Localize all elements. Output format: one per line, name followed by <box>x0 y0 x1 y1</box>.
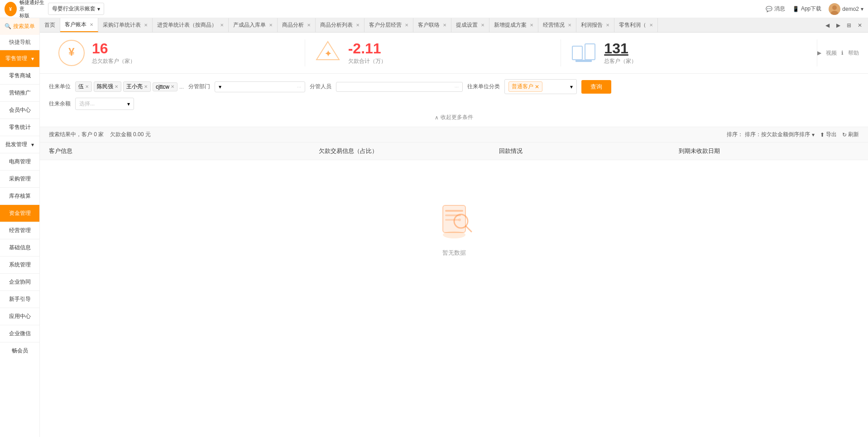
tab-customer-book[interactable]: 客户账本 ✕ <box>60 18 98 32</box>
close-icon[interactable]: ✕ <box>405 23 408 28</box>
balance-filter-select[interactable]: 选择... ▾ <box>75 98 134 110</box>
sidebar-item-purchase-manage[interactable]: 采购管理 <box>0 170 39 187</box>
sidebar-item-system-manage[interactable]: 系统管理 <box>0 256 39 273</box>
balance-filter-label: 往来余额 <box>49 100 71 108</box>
filter-tag-wang[interactable]: 王小亮 ✕ <box>123 81 151 92</box>
filter-more-tag[interactable]: ... <box>179 84 184 90</box>
sidebar-item-retail-stats[interactable]: 零售统计 <box>0 119 39 136</box>
chevron-down-icon: ▾ <box>97 6 100 12</box>
svg-rect-9 <box>572 46 582 60</box>
tab-expand-button[interactable]: ⊞ <box>844 21 854 30</box>
tab-retail-profit[interactable]: 零售利润（ ✕ <box>614 18 658 32</box>
tab-next-button[interactable]: ▶ <box>834 21 843 30</box>
tab-new-promotion[interactable]: 新增提成方案 ✕ <box>489 18 538 32</box>
debit-amount-value: 0.00 <box>133 131 144 138</box>
tab-profit-report[interactable]: 利润报告 ✕ <box>576 18 614 32</box>
results-bar: 搜索结果中，客户 0 家 欠款金额 0.00 元 排序： 排序：按欠款金额倒序排… <box>40 127 868 142</box>
tab-promotion-settings[interactable]: 提成设置 ✕ <box>451 18 489 32</box>
sidebar-item-label: 零售统计 <box>9 124 31 131</box>
unit-category-select[interactable]: 普通客户 ✕ ▾ <box>504 79 577 94</box>
store-selector[interactable]: 母婴行业演示账套 ▾ <box>48 3 104 15</box>
export-button[interactable]: ⬆ 导出 <box>820 131 837 138</box>
close-icon[interactable]: ✕ <box>171 84 174 89</box>
tab-produce-stock[interactable]: 产成品入库单 ✕ <box>229 18 278 32</box>
logo-area: ¥ 畅捷通好生意 标版 <box>5 0 44 19</box>
close-icon[interactable]: ✕ <box>269 23 273 28</box>
close-icon[interactable]: ✕ <box>443 23 446 28</box>
tab-close-all-button[interactable]: ✕ <box>855 21 864 30</box>
person-more-icon[interactable]: ··· <box>455 84 459 90</box>
sidebar-item-app-center[interactable]: 应用中心 <box>0 308 39 325</box>
refresh-button[interactable]: ↻ 刷新 <box>842 131 859 138</box>
user-nav[interactable]: demo2 ▾ <box>829 3 863 15</box>
tab-business-status[interactable]: 经营情况 ✕ <box>538 18 576 32</box>
sidebar-item-marketing[interactable]: 营销推广 <box>0 84 39 101</box>
sidebar-item-enterprise-coop[interactable]: 企业协同 <box>0 273 39 290</box>
sidebar-item-basic-info[interactable]: 基础信息 <box>0 239 39 256</box>
chevron-down-icon: ▾ <box>31 142 34 148</box>
chevron-down-icon: ▾ <box>861 6 863 12</box>
close-icon[interactable]: ✕ <box>90 22 93 27</box>
sidebar-item-member-center[interactable]: 会员中心 <box>0 101 39 119</box>
total-customers-label: 总客户（家） <box>604 57 637 65</box>
sidebar-quick-nav[interactable]: 快捷导航 <box>0 35 39 50</box>
sidebar-item-member-plus[interactable]: 畅会员 <box>0 342 39 359</box>
sidebar-search[interactable]: 🔍 搜索菜单 <box>0 18 39 35</box>
sidebar-item-retail-mall[interactable]: 零售商城 <box>0 67 39 84</box>
video-label[interactable]: 视频 <box>826 49 837 57</box>
close-icon[interactable]: ✕ <box>144 23 148 28</box>
close-icon[interactable]: ✕ <box>649 23 653 28</box>
sidebar-item-fund-manage[interactable]: 资金管理 <box>0 204 39 222</box>
unit-filter-label: 往来单位 <box>49 83 71 90</box>
close-icon[interactable]: ✕ <box>568 23 571 28</box>
close-icon[interactable]: ✕ <box>530 23 533 28</box>
sidebar-item-ecommerce[interactable]: 电商管理 <box>0 153 39 170</box>
sidebar-item-batch-manage[interactable]: 批发管理 ▾ <box>0 136 39 153</box>
sort-select[interactable]: 排序： 排序：按欠款金额倒序排序 ▾ <box>727 131 815 138</box>
sidebar-item-enterprise-wechat[interactable]: 企业微信 <box>0 325 39 342</box>
tab-purchase-order[interactable]: 采购订单统计表 ✕ <box>98 18 153 32</box>
sidebar-item-inventory[interactable]: 库存核算 <box>0 187 39 204</box>
top-header: ¥ 畅捷通好生意 标版 母婴行业演示账套 ▾ 💬 消息 📱 App下载 <box>0 0 868 18</box>
sidebar-item-operations[interactable]: 经营管理 <box>0 222 39 239</box>
sidebar-item-retail-manage[interactable]: 零售管理 ▾ <box>0 50 39 67</box>
close-icon[interactable]: ✕ <box>356 23 360 28</box>
close-icon[interactable]: ✕ <box>535 84 539 90</box>
app-download-nav[interactable]: 📱 App下载 <box>792 5 821 13</box>
dept-filter-select[interactable]: ▾ ··· <box>215 81 305 92</box>
clear-icon[interactable]: ··· <box>297 84 301 90</box>
main-layout: 🔍 搜索菜单 快捷导航 零售管理 ▾ 零售商城 营销推广 会员中心 零售统计 批… <box>0 18 868 437</box>
filter-tag-chen[interactable]: 陈民强 ✕ <box>94 81 121 92</box>
close-icon[interactable]: ✕ <box>85 84 89 89</box>
help-label[interactable]: 帮助 <box>848 49 859 57</box>
close-icon[interactable]: ✕ <box>115 84 118 89</box>
table-header-customer-info: 客户信息 <box>49 147 319 155</box>
tab-prev-button[interactable]: ◀ <box>823 21 832 30</box>
sidebar-item-label: 畅会员 <box>12 347 28 355</box>
tab-purchase-stat[interactable]: 进货单统计表（按商品） ✕ <box>153 18 229 32</box>
close-icon[interactable]: ✕ <box>307 23 311 28</box>
close-icon[interactable]: ✕ <box>144 84 148 89</box>
debit-customers-label: 总欠款客户（家） <box>92 57 135 65</box>
refresh-icon: ↻ <box>842 132 847 138</box>
message-nav[interactable]: 💬 消息 <box>766 5 785 13</box>
tab-product-analysis-list[interactable]: 商品分析列表 ✕ <box>316 18 364 32</box>
filter-area: 往来单位 伍 ✕ 陈民强 ✕ 王小亮 ✕ cjttcw <box>40 74 868 127</box>
stat-debit-total-content: -2.11 欠款合计（万） <box>348 41 386 65</box>
table-area: 客户信息 欠款交易信息（占比） 回款情况 到期未收款日期 <box>40 142 868 437</box>
tab-product-analysis[interactable]: 商品分析 ✕ <box>278 18 316 32</box>
filter-tag-ordinary[interactable]: 普通客户 ✕ <box>508 81 542 92</box>
filter-tag-cjttcw[interactable]: cjttcw ✕ <box>153 82 177 91</box>
stat-total-customers: 131 总客户（家） <box>561 39 817 66</box>
person-filter-input[interactable]: ··· <box>336 82 463 92</box>
close-icon[interactable]: ✕ <box>220 23 224 28</box>
collapse-button[interactable]: ∧ 收起更多条件 <box>49 114 859 121</box>
close-icon[interactable]: ✕ <box>481 23 484 28</box>
filter-tag-wu[interactable]: 伍 ✕ <box>75 81 92 92</box>
tab-home[interactable]: 首页 <box>40 18 60 32</box>
query-button[interactable]: 查询 <box>581 80 611 94</box>
sidebar-item-new-guide[interactable]: 新手引导 <box>0 290 39 308</box>
tab-customer-segment[interactable]: 客户分层经营 ✕ <box>364 18 413 32</box>
tab-customer-contact[interactable]: 客户联络 ✕ <box>413 18 451 32</box>
close-icon[interactable]: ✕ <box>606 23 609 28</box>
